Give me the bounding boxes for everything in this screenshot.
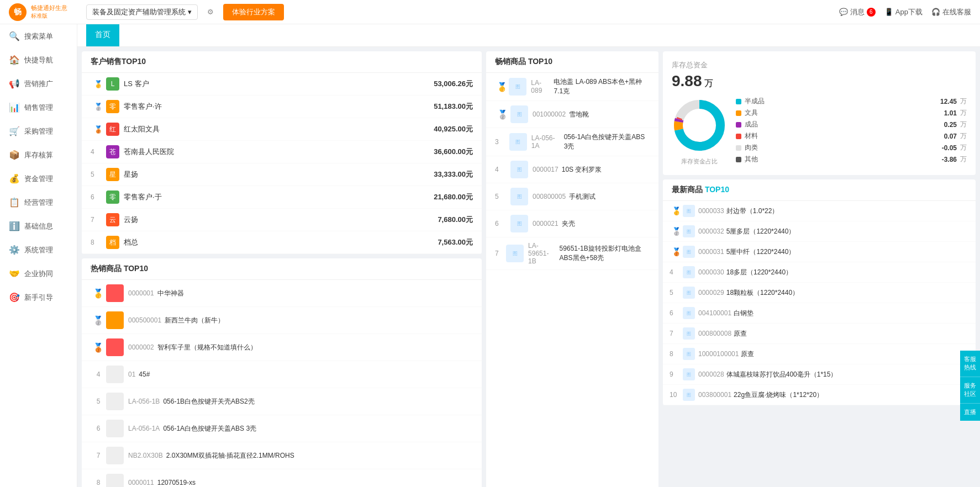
product-code: NB2.0X30B: [128, 452, 163, 459]
rank-avatar: 档: [106, 236, 119, 249]
new-product-code: 003800001: [698, 391, 731, 399]
mobile-icon: 📱: [884, 8, 893, 16]
sidebar-item-guide[interactable]: 🎯 新手引导: [0, 285, 77, 309]
customer-rank-row: 🥇 L LS 客户 53,006.26元: [82, 73, 482, 96]
sidebar-label-system: 系统管理: [24, 245, 53, 255]
sidebar-label-marketing: 营销推广: [24, 79, 53, 89]
message-icon: 💬: [839, 8, 848, 16]
float-btn-community[interactable]: 服务社区: [960, 377, 980, 404]
new-product-thumb: 图: [683, 307, 695, 319]
new-product-thumb: 图: [683, 368, 695, 380]
newest-product-row: 🥈 图 0000032 5厘多层（1220*2440）: [663, 221, 976, 242]
online-service-button[interactable]: 🎧 在线客服: [931, 7, 971, 17]
rank-amount: 40,925.00元: [434, 124, 473, 134]
float-btn-service[interactable]: 客服热线: [960, 351, 980, 377]
customer-ranking-title: 客户销售TOP10: [91, 57, 146, 67]
app-download-button[interactable]: 📱 App下载: [884, 7, 923, 17]
home-icon: 🏠: [9, 55, 20, 65]
inventory-title: 库存总资金: [672, 60, 967, 70]
rank-amount: 51,183.00元: [434, 102, 473, 112]
product-image-placeholder: [106, 420, 124, 437]
new-product-name: 白钢垫: [734, 309, 754, 318]
hot-products-header: 热销商品 TOP10: [82, 258, 482, 280]
newest-product-row: 8 图 10000100001 原查: [663, 344, 976, 364]
rank-name: 零售客户·许: [124, 102, 434, 112]
legend-list: 半成品 12.45 万 文具 1.01 万 成品 0.25 万 材料 0.07 …: [736, 97, 967, 166]
sold-product-code: 000800005: [533, 193, 566, 200]
rank-name: 苍南县人民医院: [124, 147, 434, 157]
new-product-name: 5厘中纤（1220*2440）: [726, 247, 795, 257]
sold-product-code: LA-089: [531, 79, 550, 94]
sidebar-label-cooperation: 企业协同: [24, 269, 53, 279]
newest-product-row: 7 图 000800008 原查: [663, 324, 976, 344]
operation-icon: 📋: [9, 197, 20, 208]
hot-product-row: 🥈 000500001 新西兰牛肉（新牛）: [82, 307, 482, 334]
legend-dot: [736, 110, 741, 116]
message-button[interactable]: 💬 消息 6: [839, 7, 876, 17]
sidebar-item-cooperation[interactable]: 🤝 企业协同: [0, 262, 77, 285]
legend-value: 1.01: [944, 109, 957, 117]
rank-amount: 33,333.00元: [434, 170, 473, 179]
new-product-thumb: 图: [683, 266, 695, 278]
new-product-thumb: 图: [683, 205, 695, 217]
legend-item: 材料 0.07 万: [736, 131, 967, 141]
sidebar-item-finance[interactable]: 💰 资金管理: [0, 167, 77, 190]
new-product-code: 000800008: [698, 330, 731, 337]
new-product-name: 体城嘉枝味苏打饮品400毫升（1*15）: [726, 370, 837, 379]
header-right: 💬 消息 6 📱 App下载 🎧 在线客服: [839, 7, 971, 17]
tab-home[interactable]: 首页: [86, 24, 119, 46]
gear-button[interactable]: ⚙: [202, 4, 219, 20]
sold-product-name: 雪地靴: [569, 110, 589, 119]
rank-avatar: 云: [106, 213, 119, 226]
product-name: 智利车子里（规格不知道填什么）: [157, 343, 257, 352]
system-select[interactable]: 装备及固定资产辅助管理系统 ▾: [86, 4, 198, 20]
sidebar-item-marketing[interactable]: 📢 营销推广: [0, 72, 77, 96]
sidebar-item-operation[interactable]: 📋 经营管理: [0, 190, 77, 214]
newest-product-row: 10 图 003800001 22g鱼豆腐·烧烤味（1*12*20）: [663, 385, 976, 405]
basic-icon: ℹ️: [9, 221, 20, 231]
new-product-thumb: 图: [683, 246, 695, 258]
online-label: 在线客服: [942, 7, 971, 17]
newest-product-row: 🥉 图 0000031 5厘中纤（1220*2440）: [663, 242, 976, 262]
legend-label: 肉类: [745, 143, 939, 152]
new-product-thumb: 图: [683, 327, 695, 340]
product-image-placeholder: [106, 474, 124, 487]
right-panels: 库存总资金 9.88 万: [663, 47, 980, 487]
rank-avatar: L: [106, 77, 119, 91]
product-name: 2.0X30MM双插花轴·插花直径2.1MM/ROHS: [166, 451, 294, 460]
search-icon: 🔍: [9, 31, 20, 41]
product-code: 01: [128, 370, 135, 378]
sidebar-item-basic[interactable]: ℹ️ 基础信息: [0, 214, 77, 238]
legend-unit: 万: [960, 120, 967, 129]
sidebar-item-system[interactable]: ⚙️ 系统管理: [0, 238, 77, 262]
customer-rank-row: 6 零 零售客户·于 21,680.00元: [82, 186, 482, 209]
product-name: 12070519-xs: [157, 479, 196, 486]
hot-product-row: 7 NB2.0X30B 2.0X30MM双插花轴·插花直径2.1MM/ROHS: [82, 442, 482, 469]
product-image-placeholder: [106, 447, 124, 464]
sidebar-item-purchase[interactable]: 🛒 采购管理: [0, 119, 77, 143]
new-product-name: 封边带（1.0*22）: [726, 207, 779, 216]
system-name: 装备及固定资产辅助管理系统: [92, 7, 186, 17]
legend-item: 其他 -3.86 万: [736, 155, 967, 164]
legend-label: 半成品: [745, 97, 937, 106]
float-btn-live[interactable]: 直播: [960, 404, 980, 421]
logo-icon: 畅: [9, 3, 27, 21]
sidebar-item-nav[interactable]: 🏠 快捷导航: [0, 48, 77, 72]
new-product-code: 0000030: [698, 268, 724, 276]
rank-avatar: 零: [106, 100, 119, 113]
product-image: [106, 311, 124, 329]
logo-badge: 标准版: [31, 12, 67, 20]
sold-product-row: 🥇 图 LA-089 电池盖 LA-089 ABS本色+黑种 7.1克: [486, 73, 658, 101]
product-thumb: 图: [510, 188, 528, 205]
cooperation-icon: 🤝: [9, 268, 20, 279]
sidebar-item-sales[interactable]: 📊 销售管理: [0, 96, 77, 119]
sidebar-label-inventory: 库存核算: [24, 150, 53, 160]
sold-product-code: LA-056-1A: [531, 134, 561, 150]
sidebar-item-search[interactable]: 🔍 搜索菜单: [0, 24, 77, 48]
sold-product-row: 6 图 0000021 夹壳: [486, 210, 658, 237]
trial-button[interactable]: 体验行业方案: [223, 4, 284, 20]
sidebar-item-inventory[interactable]: 📦 库存核算: [0, 143, 77, 167]
product-name: 45#: [139, 370, 150, 378]
legend-label: 成品: [745, 120, 941, 129]
sidebar-label-basic: 基础信息: [24, 221, 53, 231]
